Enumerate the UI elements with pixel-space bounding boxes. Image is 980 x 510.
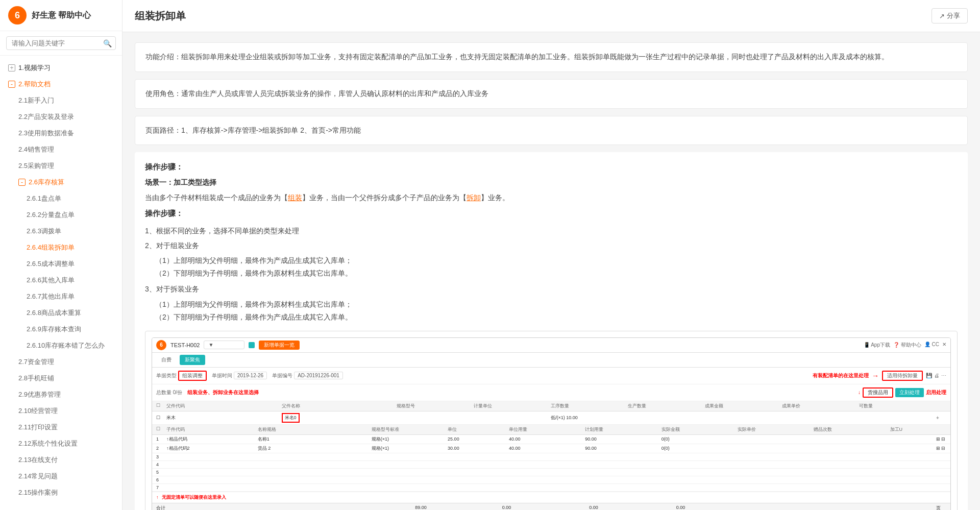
search-icon-button[interactable]: 🔍 bbox=[103, 39, 112, 47]
sidebar-item-stock-error[interactable]: 2.6.10库存账本错了怎么办 bbox=[0, 337, 122, 354]
mock-input-type[interactable]: 组装调整 bbox=[178, 371, 207, 381]
sidebar-item-cost-adjust[interactable]: 2.6.5成本调整单 bbox=[0, 256, 122, 272]
mock-lrow1-plan: 90.00 bbox=[585, 436, 660, 442]
mock-row-name-input[interactable]: 米名0 bbox=[282, 413, 300, 423]
arrow-up-annotation: ↑ bbox=[156, 495, 159, 500]
mock-label-type: 单据类型 bbox=[156, 372, 177, 379]
mock-lower-row5: 5 bbox=[152, 469, 950, 476]
sidebar-item-capital[interactable]: 2.7资金管理 bbox=[0, 354, 122, 370]
sidebar-item-personalize[interactable]: 2.12系统个性化设置 bbox=[0, 435, 122, 452]
mock-lrow1-del[interactable]: ⊟ bbox=[941, 436, 945, 442]
inventory-minus-icon: - bbox=[18, 179, 26, 186]
share-icon: ↗ bbox=[939, 12, 945, 20]
sidebar-item-data-prep[interactable]: 2.3使用前数据准备 bbox=[0, 125, 122, 141]
sidebar-item-sales[interactable]: 2.4销售管理 bbox=[0, 141, 122, 158]
content-area: 功能介绍：组装拆卸单用来处理企业组装或拆卸等加工业务，支持有固定装配清单的产品加… bbox=[122, 32, 980, 510]
mock-confirm-btn[interactable]: 立刻处理 bbox=[895, 388, 924, 397]
sidebar-item-install[interactable]: 2.2产品安装及登录 bbox=[0, 109, 122, 125]
mock-th-amt: 成果金额 bbox=[705, 403, 781, 409]
step3: 3、对于拆装业务 bbox=[145, 283, 958, 296]
mock-row-check[interactable]: ☐ bbox=[156, 415, 165, 420]
sidebar-item-stock-check[interactable]: 2.6.9库存账本查询 bbox=[0, 321, 122, 337]
mock-upper-table-header: ☐ 父件代码 父件名称 规格型号 计量单位 工序数量 生产数量 成果金额 成果单… bbox=[152, 401, 950, 411]
mock-row-code: 米木 bbox=[166, 415, 281, 421]
mock-topbar: 6 TEST-H002 ▼ 新增单据一览 📱 App下载 ❓ 帮助中心 👤 CC… bbox=[152, 338, 950, 353]
mock-tab-active[interactable]: 新聚焦 bbox=[180, 355, 205, 365]
mock-lrow6-num: 6 bbox=[156, 477, 165, 482]
sidebar-item-stocktake[interactable]: 2.6.1盘点单 bbox=[0, 190, 122, 207]
mock-save-icon[interactable]: 💾 bbox=[926, 373, 932, 378]
sidebar-item-mobile[interactable]: 2.8手机旺铺 bbox=[0, 370, 122, 386]
mock-icon-user: 👤 CC bbox=[924, 342, 939, 349]
mock-new-btn[interactable]: 新增单据一览 bbox=[259, 341, 300, 350]
sidebar-item-other-out[interactable]: 2.6.7其他出库单 bbox=[0, 288, 122, 305]
mock-more-icon[interactable]: ⋯ bbox=[941, 373, 946, 378]
sidebar-item-cases[interactable]: 2.15操作案例 bbox=[0, 484, 122, 501]
mock-print-icon[interactable]: 🖨 bbox=[934, 373, 939, 378]
mock-row-btn[interactable]: + bbox=[936, 415, 946, 421]
sidebar-item-split-stock[interactable]: 2.6.2分量盘点单 bbox=[0, 207, 122, 223]
sidebar-item-coupon[interactable]: 2.9优惠券管理 bbox=[0, 386, 122, 403]
annotation-enable-text: 启用处理 bbox=[926, 389, 946, 396]
mock-lth-code: 子件代码 bbox=[166, 426, 257, 433]
mock-nav: 自费 新聚焦 bbox=[152, 353, 950, 368]
sidebar-item-other-in[interactable]: 2.6.6其他入库单 bbox=[0, 272, 122, 288]
sidebar-item-assembly[interactable]: 2.6.4组装拆卸单 bbox=[0, 239, 122, 256]
mock-dropdown[interactable]: ▼ bbox=[204, 341, 244, 349]
mock-lth-use: 单位用量 bbox=[509, 426, 584, 433]
mock-th-qty2: 生产数量 bbox=[628, 403, 704, 409]
mock-lrow5-num: 5 bbox=[156, 470, 165, 475]
mock-table-footer: 合计 89.00 0.00 0.00 0.00 页 bbox=[152, 503, 950, 510]
mock-search-input[interactable]: 货搜品用 bbox=[863, 387, 893, 398]
mock-input-no[interactable]: AD-20191226-001 bbox=[294, 372, 343, 379]
sidebar-item-online-pay[interactable]: 2.13在线支付 bbox=[0, 452, 122, 468]
mock-upper-table: ☐ 父件代码 父件名称 规格型号 计量单位 工序数量 生产数量 成果金额 成果单… bbox=[152, 401, 950, 425]
mock-lower-row3: 3 bbox=[152, 453, 950, 461]
sidebar-item-goods-cost[interactable]: 2.6.8商品成本重算 bbox=[0, 305, 122, 321]
share-button[interactable]: ↗ 分享 bbox=[932, 8, 968, 23]
mock-lrow1-num: 1 bbox=[156, 436, 165, 442]
mock-lower-row1: 1 ↑相品代码 名称1 规格(×1) 25.00 40.00 90.00 0(0… bbox=[152, 435, 950, 444]
mock-th-unit: 计量单位 bbox=[474, 403, 550, 409]
mock-lrow2-spec: 规格(×1) bbox=[372, 445, 447, 452]
assembly-link[interactable]: 组装 bbox=[288, 193, 302, 202]
mock-icon-help: ❓ 帮助中心 bbox=[893, 342, 921, 349]
mock-input-date[interactable]: 2019-12-26 bbox=[234, 372, 267, 379]
mock-lrow2-del[interactable]: ⊟ bbox=[941, 446, 945, 451]
nav-list: + 1.视频学习 - 2.帮助文档 2.1新手入门 2.2产品安装及登录 2.3… bbox=[0, 56, 122, 510]
mock-lrow1-copy[interactable]: ⊞ bbox=[936, 436, 940, 442]
mock-lrow1-name: 名称1 bbox=[258, 436, 371, 443]
mock-apply-btn[interactable]: 适用待拆卸量 bbox=[882, 371, 923, 381]
sidebar-item-video[interactable]: + 1.视频学习 bbox=[0, 60, 122, 76]
mock-lrow1-spec: 规格(×1) bbox=[372, 436, 447, 443]
mock-lrow2-copy[interactable]: ⊞ bbox=[936, 446, 940, 451]
mock-action-btns: 💾 🖨 ⋯ bbox=[926, 373, 946, 378]
page-title: 组装拆卸单 bbox=[135, 9, 186, 23]
sidebar-item-docs[interactable]: - 2.帮助文档 bbox=[0, 76, 122, 92]
mock-lth-spec: 规格型号标准 bbox=[372, 426, 447, 433]
sidebar-item-adjust[interactable]: 2.6.3调拨单 bbox=[0, 223, 122, 239]
sidebar-item-print[interactable]: 2.11打印设置 bbox=[0, 419, 122, 435]
mock-lrow2-use: 40.00 bbox=[509, 446, 584, 451]
mock-tab-home[interactable]: 自费 bbox=[156, 355, 177, 365]
mock-lrow4-num: 4 bbox=[156, 462, 165, 467]
sidebar-item-purchase[interactable]: 2.5采购管理 bbox=[0, 158, 122, 174]
mock-field-type: 单据类型 组装调整 bbox=[156, 371, 207, 381]
ops-content: 操作步骤： 场景一：加工类型选择 当由多个子件材料组装成一个成品的业务为【组装】… bbox=[135, 152, 968, 510]
sidebar-item-operation[interactable]: 2.10经营管理 bbox=[0, 403, 122, 419]
mock-lrow7-num: 7 bbox=[156, 485, 165, 490]
mock-lrow2-unit: 30.00 bbox=[448, 446, 508, 451]
main-header: 组装拆卸单 ↗ 分享 bbox=[122, 0, 980, 32]
sidebar-item-faq[interactable]: 2.14常见问题 bbox=[0, 468, 122, 484]
screenshot-area: 6 TEST-H002 ▼ 新增单据一览 📱 App下载 ❓ 帮助中心 👤 CC… bbox=[145, 331, 958, 510]
disassembly-link[interactable]: 拆卸 bbox=[467, 193, 481, 202]
mock-logo: 6 bbox=[156, 340, 166, 350]
sidebar-item-inventory[interactable]: - 2.6库存核算 bbox=[0, 174, 122, 190]
search-input[interactable] bbox=[6, 36, 116, 50]
step2-sub1: （1）上部明细为父件明细，最终作为产成品生成其它入库单； bbox=[145, 254, 958, 267]
sidebar-item-newcomer[interactable]: 2.1新手入门 bbox=[0, 92, 122, 109]
mock-close-icon[interactable]: ✕ bbox=[942, 342, 946, 349]
mock-lower-row4: 4 bbox=[152, 461, 950, 469]
mock-icon-appstore: 📱 App下载 bbox=[864, 342, 890, 349]
mock-lth-plan: 计划用量 bbox=[585, 426, 660, 433]
